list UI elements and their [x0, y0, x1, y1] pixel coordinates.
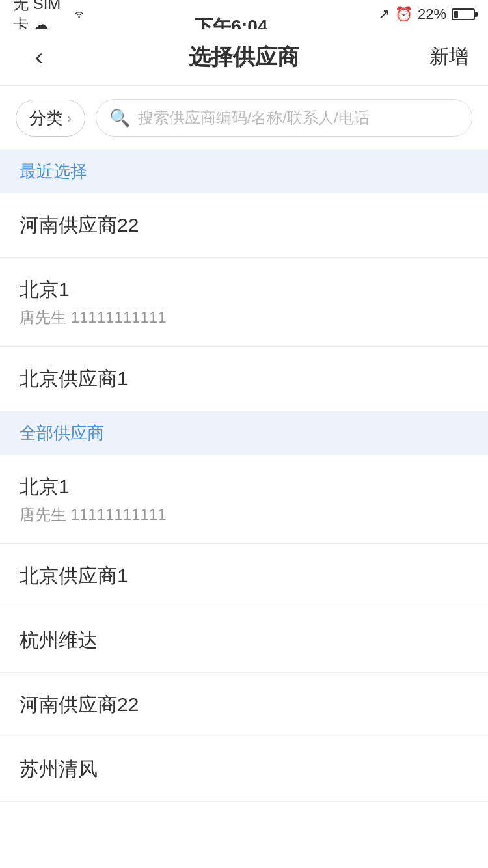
recent-list: 河南供应商22北京1唐先生 11111111111北京供应商1 — [0, 193, 488, 411]
nav-bar: ‹ 选择供应商 新增 — [0, 29, 488, 86]
list-item[interactable]: 河南供应商22 — [0, 193, 488, 258]
item-name: 北京1 — [20, 276, 468, 303]
list-item[interactable]: 北京1唐先生 11111111111 — [0, 455, 488, 544]
back-button[interactable]: ‹ — [20, 38, 59, 77]
item-name: 北京供应商1 — [20, 562, 468, 590]
item-sub: 唐先生 11111111111 — [20, 307, 468, 328]
all-list: 北京1唐先生 11111111111北京供应商1杭州维达河南供应商22苏州清风 — [0, 455, 488, 802]
search-placeholder: 搜索供应商编码/名称/联系人/电话 — [138, 107, 370, 128]
list-item[interactable]: 北京1唐先生 11111111111 — [0, 258, 488, 347]
alarm-icon: ⏰ — [395, 6, 413, 23]
list-item[interactable]: 河南供应商22 — [0, 673, 488, 737]
category-button[interactable]: 分类 › — [16, 100, 85, 137]
search-box[interactable]: 🔍 搜索供应商编码/名称/联系人/电话 — [96, 99, 472, 137]
wifi-icon — [74, 8, 85, 21]
all-section-title: 全部供应商 — [20, 423, 104, 442]
item-name: 河南供应商22 — [20, 691, 468, 718]
list-item[interactable]: 苏州清风 — [0, 737, 488, 802]
search-icon: 🔍 — [109, 108, 130, 128]
add-button[interactable]: 新增 — [429, 44, 468, 70]
page-title: 选择供应商 — [189, 42, 299, 72]
recent-section-header: 最近选择 — [0, 150, 488, 193]
item-name: 苏州清风 — [20, 755, 468, 783]
filter-bar: 分类 › 🔍 搜索供应商编码/名称/联系人/电话 — [0, 86, 488, 150]
all-section-header: 全部供应商 — [0, 411, 488, 455]
item-name: 杭州维达 — [20, 627, 468, 654]
category-label: 分类 — [29, 107, 63, 129]
item-sub: 唐先生 11111111111 — [20, 504, 468, 525]
item-name: 河南供应商22 — [20, 211, 468, 239]
chevron-right-icon: › — [67, 111, 72, 126]
item-name: 北京供应商1 — [20, 365, 468, 392]
location-icon: ↗ — [378, 6, 390, 23]
status-bar: 无 SIM 卡 ☁ 下午6:04 ↗ ⏰ 22% — [0, 0, 488, 29]
battery-percent: 22% — [418, 6, 446, 23]
svg-point-0 — [78, 16, 79, 18]
item-name: 北京1 — [20, 473, 468, 500]
list-item[interactable]: 北京供应商1 — [0, 347, 488, 411]
battery-icon — [452, 8, 475, 20]
list-item[interactable]: 北京供应商1 — [0, 544, 488, 608]
recent-section-title: 最近选择 — [20, 161, 87, 181]
list-item[interactable]: 杭州维达 — [0, 608, 488, 673]
status-right: ↗ ⏰ 22% — [378, 6, 475, 23]
